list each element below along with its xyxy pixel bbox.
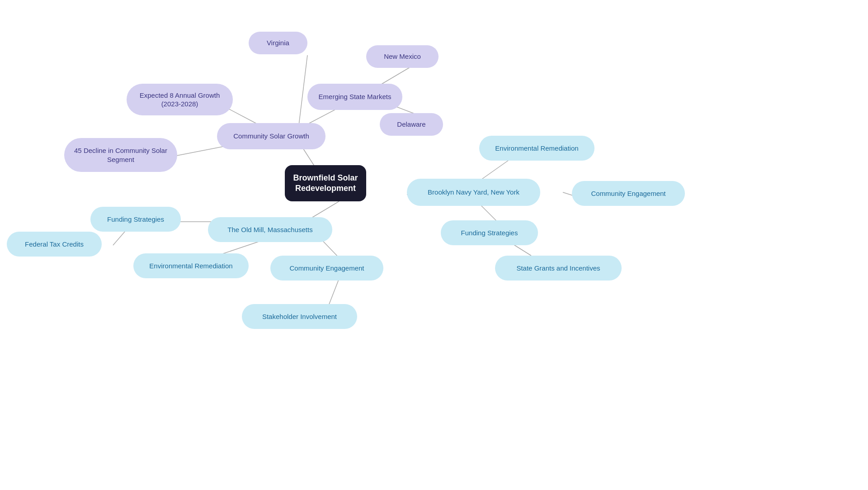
node-delaware[interactable]: Delaware xyxy=(380,113,443,136)
node-community-engagement-left[interactable]: Community Engagement xyxy=(270,256,383,281)
node-funding-strategies-right[interactable]: Funding Strategies xyxy=(441,220,538,245)
node-community-solar-growth[interactable]: Community Solar Growth xyxy=(217,123,326,149)
node-new-mexico[interactable]: New Mexico xyxy=(366,45,439,68)
node-funding-strategies-left[interactable]: Funding Strategies xyxy=(90,207,181,232)
node-community-engagement-right[interactable]: Community Engagement xyxy=(572,181,685,206)
node-env-remediation-left[interactable]: Environmental Remediation xyxy=(133,253,249,278)
node-brooklyn-navy-yard[interactable]: Brooklyn Navy Yard, New York xyxy=(407,179,540,206)
svg-line-16 xyxy=(479,204,497,222)
node-env-remediation-right[interactable]: Environmental Remediation xyxy=(479,136,594,161)
svg-line-1 xyxy=(298,55,307,129)
node-federal-tax-credits[interactable]: Federal Tax Credits xyxy=(7,232,102,257)
node-stakeholder-involvement[interactable]: Stakeholder Involvement xyxy=(242,304,357,329)
center-node[interactable]: Brownfield Solar Redevelopment xyxy=(285,165,366,201)
node-virginia[interactable]: Virginia xyxy=(249,32,307,54)
node-state-grants[interactable]: State Grants and Incentives xyxy=(495,256,622,281)
node-emerging-state-markets[interactable]: Emerging State Markets xyxy=(307,84,402,110)
node-decline[interactable]: 45 Decline in Community Solar Segment xyxy=(64,138,177,172)
node-old-mill[interactable]: The Old Mill, Massachusetts xyxy=(208,217,332,242)
node-expected-growth[interactable]: Expected 8 Annual Growth (2023-2028) xyxy=(127,84,233,115)
